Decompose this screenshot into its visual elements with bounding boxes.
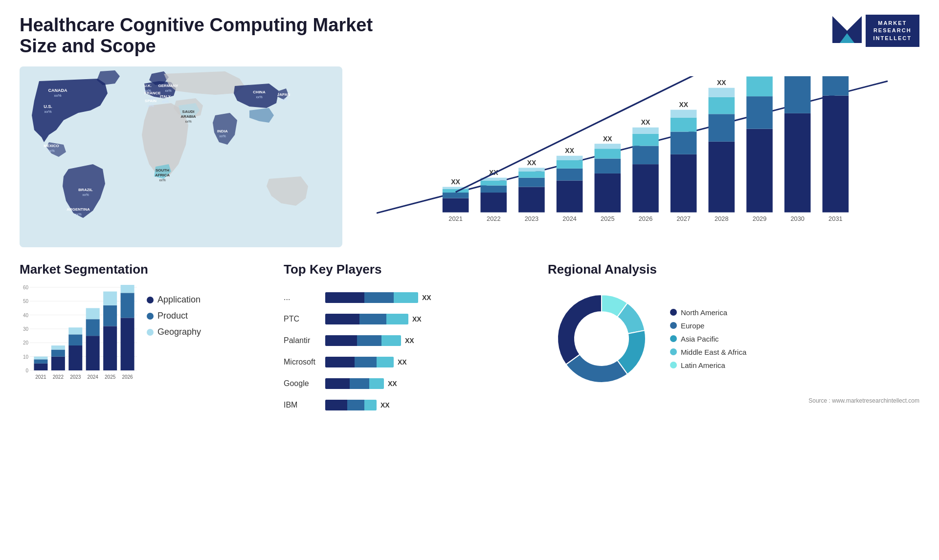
svg-rect-124 (51, 350, 65, 357)
page-title: Healthcare Cognitive Computing Market Si… (20, 15, 411, 57)
svg-text:2026: 2026 (122, 374, 133, 380)
svg-text:SOUTH: SOUTH (156, 168, 169, 172)
growth-chart-section: XX2021XX2022XX2023XX2024XX2025XX2026XX20… (362, 66, 919, 247)
regional-legend-item: Middle East & Africa (670, 348, 746, 356)
legend-dot-application (147, 297, 154, 303)
page-header: Healthcare Cognitive Computing Market Si… (20, 15, 919, 57)
regional-legend-item: Asia Pacific (670, 335, 746, 343)
regional-legend-label: Asia Pacific (681, 335, 719, 343)
svg-rect-139 (121, 318, 134, 370)
svg-rect-119 (34, 364, 47, 370)
svg-text:2022: 2022 (487, 215, 501, 222)
regional-section: Regional Analysis North AmericaEuropeAsi… (548, 262, 919, 413)
key-players-section: Top Key Players ...PTCPalantirMicrosoftG… (284, 262, 528, 413)
svg-rect-55 (557, 180, 583, 212)
svg-text:2025: 2025 (105, 374, 116, 380)
svg-rect-45 (481, 180, 507, 185)
legend-item-geography: Geography (147, 327, 201, 337)
svg-text:XX: XX (451, 178, 460, 186)
svg-rect-44 (481, 186, 507, 193)
svg-rect-80 (709, 114, 735, 141)
players-list: ...PTCPalantirMicrosoftGoogleIBM XXXXXXX… (284, 285, 528, 413)
player-name-label: Google (284, 376, 315, 391)
regional-legend-label: Europe (681, 322, 704, 330)
svg-text:2023: 2023 (70, 374, 81, 380)
player-bar-track (325, 314, 408, 324)
svg-rect-79 (709, 142, 735, 213)
svg-text:20: 20 (23, 340, 29, 345)
svg-rect-52 (518, 168, 545, 171)
legend-label-product: Product (157, 311, 188, 321)
player-names-list: ...PTCPalantirMicrosoftGoogleIBM (284, 285, 315, 413)
player-bar-value: XX (405, 337, 414, 345)
svg-rect-97 (823, 96, 849, 213)
regional-legend-dot (670, 309, 677, 316)
svg-rect-82 (709, 88, 735, 97)
svg-rect-91 (784, 113, 811, 213)
svg-text:XX: XX (527, 159, 537, 167)
svg-text:40: 40 (23, 313, 29, 318)
player-bar-row: XX (325, 333, 431, 348)
svg-text:xx%: xx% (256, 95, 262, 99)
svg-text:2031: 2031 (828, 215, 843, 222)
regional-legend-dot (670, 322, 677, 329)
svg-text:CANADA: CANADA (48, 88, 67, 93)
svg-text:2024: 2024 (562, 215, 577, 222)
svg-rect-86 (746, 96, 773, 129)
player-bar-value: XX (422, 294, 431, 302)
donut-segment (566, 354, 627, 383)
regional-legend-dot (670, 348, 677, 355)
svg-rect-50 (518, 178, 545, 187)
player-bar-row: XX (325, 376, 431, 391)
player-bar-row: XX (325, 354, 431, 370)
player-bar-segment (325, 400, 347, 410)
svg-rect-133 (86, 308, 100, 320)
player-bar-segment (355, 357, 377, 367)
svg-rect-49 (518, 187, 545, 212)
svg-rect-129 (68, 327, 82, 334)
svg-rect-37 (443, 198, 469, 213)
svg-rect-140 (121, 293, 134, 318)
regional-content: North AmericaEuropeAsia PacificMiddle Ea… (548, 285, 919, 392)
svg-rect-43 (481, 193, 507, 213)
svg-rect-120 (34, 359, 47, 364)
segmentation-legend: Application Product Geography (147, 285, 201, 337)
svg-text:xx%: xx% (75, 213, 81, 216)
svg-rect-67 (632, 164, 659, 212)
player-name-label: ... (284, 290, 315, 305)
bar-chart-svg: XX2021XX2022XX2023XX2024XX2025XX2026XX20… (377, 76, 915, 223)
player-bar-value: XX (380, 401, 390, 409)
svg-text:U.K.: U.K. (144, 84, 152, 88)
svg-rect-136 (103, 305, 117, 326)
regional-legend-item: Europe (670, 322, 746, 330)
svg-text:2027: 2027 (676, 215, 691, 222)
svg-rect-63 (595, 149, 621, 158)
legend-item-product: Product (147, 311, 201, 321)
svg-text:XX: XX (641, 118, 650, 126)
svg-text:ARGENTINA: ARGENTINA (67, 207, 90, 212)
svg-text:2025: 2025 (601, 215, 615, 222)
bottom-section: Market Segmentation 01020304050602021202… (20, 262, 919, 413)
svg-text:XX: XX (603, 135, 612, 143)
svg-text:2021: 2021 (448, 215, 463, 222)
svg-text:50: 50 (23, 299, 29, 304)
svg-text:10: 10 (23, 354, 29, 360)
player-bar-segment (369, 378, 384, 389)
player-bar-track (325, 292, 418, 303)
regional-legend-label: North America (681, 308, 727, 317)
player-bar-segment (325, 357, 355, 367)
legend-label-application: Application (157, 295, 201, 305)
svg-text:2023: 2023 (525, 215, 539, 222)
svg-text:xx%: xx% (54, 93, 61, 98)
regional-legend-item: Latin America (670, 361, 746, 369)
svg-text:xx%: xx% (159, 178, 165, 182)
logo-area: MARKET RESEARCH INTELLECT (832, 15, 920, 47)
player-bar-row: XX (325, 311, 431, 327)
svg-text:SPAIN: SPAIN (145, 99, 156, 103)
svg-text:MEXICO: MEXICO (44, 144, 59, 148)
svg-rect-131 (86, 336, 100, 370)
svg-rect-81 (709, 97, 735, 114)
svg-rect-38 (443, 193, 469, 198)
svg-text:xx%: xx% (165, 89, 171, 92)
donut-svg (548, 285, 655, 392)
